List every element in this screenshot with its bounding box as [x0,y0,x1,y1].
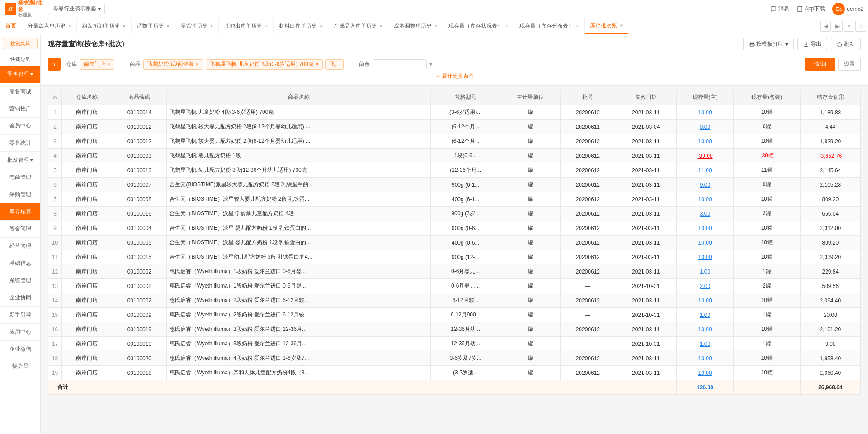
nav-prev-arrow[interactable]: ◀ [820,21,831,32]
cell-qty[interactable]: 10.00 [677,134,734,149]
sidebar-item-cooperation[interactable]: 企业协同 [0,289,40,307]
goods-tag-1[interactable]: 飞鹤星飞帆 儿童奶粉 4段(3-6岁适用) 700克 × [206,59,323,70]
warehouse-more-icon[interactable]: … [117,60,124,68]
color-input[interactable] [373,59,427,69]
close-icon[interactable]: × [211,24,213,28]
cell-qty[interactable]: 10.00 [677,293,734,308]
msg-btn[interactable]: 消息 [770,5,789,13]
sidebar-item-app[interactable]: 应用中心 [0,324,40,341]
close-icon[interactable]: × [380,24,382,28]
cell-num: 13 [48,279,62,293]
sidebar-item-retail[interactable]: 零售管理 ▾ [0,66,40,83]
tab-stock1[interactable]: 现存量（库存状况表） × [443,18,514,34]
cell-qty[interactable]: 2.00 [677,279,734,293]
user-area[interactable]: Ea demo2 [832,3,863,15]
cell-qty[interactable]: 3.00 [677,207,734,221]
close-icon[interactable]: × [620,23,623,28]
close-icon[interactable]: × [68,24,71,28]
warehouse-tag[interactable]: 南岸门店 × [80,59,114,70]
cell-qty[interactable]: 0.00 [677,120,734,134]
nav-menu-arrow[interactable]: ☰ [855,21,866,32]
nav-next-arrow[interactable]: ▶ [832,21,843,32]
sidebar-item-member[interactable]: 会员中心 [0,118,40,135]
nav-close-arrow[interactable]: × [844,21,854,32]
cell-qty[interactable]: 9.00 [677,178,734,192]
cell-qty[interactable]: 1.00 [677,308,734,322]
sidebar-item-retail-stats[interactable]: 零售统计 [0,135,40,152]
sidebar-item-guide[interactable]: 新手引导 [0,307,40,324]
close-icon[interactable]: × [123,24,126,28]
cell-qty[interactable]: 10.00 [677,105,734,120]
sidebar-item-finance[interactable]: 资金管理 [0,221,40,238]
print-dropdown-icon[interactable]: ▾ [785,41,788,47]
sidebar-item-inventory[interactable]: 库存核算 [0,203,40,221]
goods-filter: 商品 飞鹤奶粉3段两罐装 × 飞鹤星飞帆 儿童奶粉 4段(3-6岁适用) 700… [130,59,354,70]
cell-qty[interactable]: 10.00 [677,192,734,207]
sidebar-item-system[interactable]: 系统管理 [0,272,40,289]
close-icon[interactable]: × [265,24,268,28]
cell-qty[interactable]: 1.00 [677,337,734,351]
sidebar-item-business[interactable]: 经营管理 [0,238,40,255]
quick-nav-btn[interactable]: 快捷导航 [0,53,40,66]
cell-warehouse: 南岸门店 [62,163,112,178]
warehouse-remove[interactable]: × [107,61,110,67]
search-menu-btn[interactable]: 搜索菜单 [3,38,38,49]
close-icon[interactable]: × [434,24,437,28]
sidebar-item-basic[interactable]: 基础信息 [0,255,40,272]
export-btn[interactable]: 导出 [797,38,827,50]
sidebar-item-wechat[interactable]: 企业微信 [0,341,40,358]
app-download-btn[interactable]: App下载 [797,5,825,13]
goods-more-icon[interactable]: … [346,60,354,68]
org-selector[interactable]: 母婴行业演示账套 ▾ [49,4,105,14]
cell-qty[interactable]: 10.00 [677,250,734,264]
filter-bar: › 仓库 南岸门店 × … 商品 飞鹤奶粉3段两罐装 × [41,54,868,86]
cell-qty[interactable]: 1.00 [677,264,734,279]
goods-tag-0[interactable]: 飞鹤奶粉3段两罐装 × [143,59,203,70]
settings-btn[interactable]: 设置 [838,58,861,71]
cell-qty[interactable]: 10.00 [677,366,734,380]
goods-tag-remove-1[interactable]: × [316,61,319,67]
tab-tune[interactable]: 调拨单历史 × [132,18,175,34]
cell-name: 惠氏启睿（Wyeth illuma）1段奶粉 爱尔兰进口 0-6月婴... [167,264,431,279]
sidebar-item-marketing[interactable]: 营销推广 [0,100,40,118]
expand-more-btn[interactable]: 展开更多条件 [435,72,474,80]
tab-stockbatch[interactable]: 库存批次账 × [585,18,628,34]
tab-split[interactable]: 分量盘点单历史 × [22,18,77,34]
tab-home[interactable]: 首页 [0,18,22,34]
sidebar-item-retail-mall[interactable]: 零售商城 [0,83,40,100]
tab-cost[interactable]: 成本调整单历史 × [388,18,443,34]
close-icon[interactable]: × [505,24,508,28]
sidebar-item-ecommerce[interactable]: 电商管理 [0,169,40,186]
color-dropdown-icon[interactable]: ▾ [429,61,432,67]
close-icon[interactable]: × [576,24,579,28]
cell-num: 12 [48,264,62,279]
cell-qty[interactable]: 10.00 [677,236,734,250]
tab-material[interactable]: 材料出库单历史 × [274,18,328,34]
tab-product[interactable]: 产成品入库单历史 × [328,18,388,34]
cell-qty[interactable]: -39.00 [677,149,734,163]
cell-unit: 罐 [500,178,561,192]
cell-qty[interactable]: 10.00 [677,221,734,236]
sidebar-item-wholesale[interactable]: 批发管理 ▾ [0,152,40,169]
tab-otherout[interactable]: 其他出库单历史 × [219,18,274,34]
cell-qty[interactable]: 10.00 [677,322,734,337]
warehouse-filter: 仓库 南岸门店 × … [66,59,124,70]
content-area: 现存量查询(按仓库+批次) 按模板打印 ▾ 导出 刷新 [41,34,868,434]
goods-tag-remove-0[interactable]: × [196,61,199,67]
sidebar-item-purchase[interactable]: 采购管理 [0,186,40,203]
cell-qty[interactable]: 11.00 [677,163,734,178]
close-icon[interactable]: × [320,24,322,28]
close-icon[interactable]: × [167,24,170,28]
tab-stock2[interactable]: 现存量（库存分布表） × [514,18,585,34]
refresh-btn[interactable]: 刷新 [831,38,861,50]
print-btn[interactable]: 按模板打印 ▾ [743,38,794,50]
col-expire: 失效日期 [615,90,677,105]
tab-request[interactable]: 要货单历史 × [175,18,219,34]
cell-unit: 罐 [500,279,561,293]
filter-expand-btn[interactable]: › [48,58,61,71]
sidebar-item-member2[interactable]: 畅会员 [0,358,40,375]
goods-tag-2[interactable]: 飞... [326,59,344,70]
cell-qty[interactable]: 10.00 [677,351,734,366]
tab-dismantle[interactable]: 组装拆卸单历史 × [77,18,132,34]
query-btn[interactable]: 查询 [805,58,835,71]
